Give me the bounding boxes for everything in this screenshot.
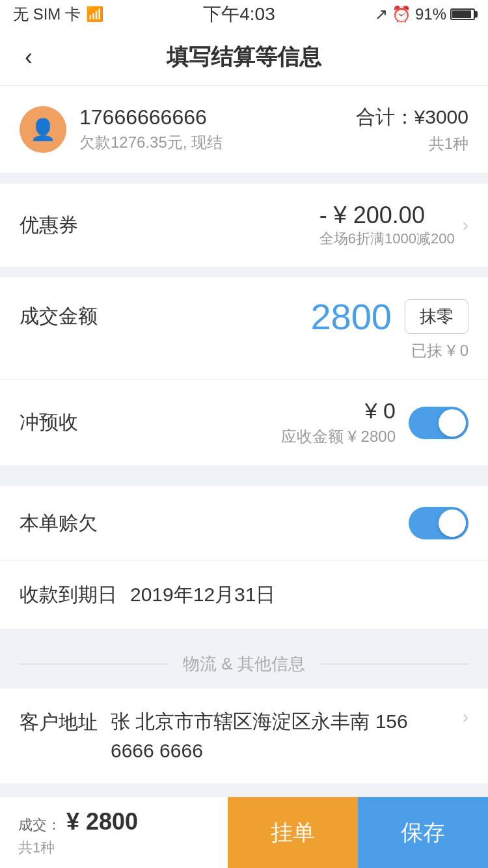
status-left: 无 SIM 卡 📶	[13, 4, 103, 25]
advance-toggle-track	[409, 407, 468, 439]
location-icon: ↗	[375, 5, 388, 23]
customer-phone: 17666666666	[79, 105, 223, 129]
save-button[interactable]: 保存	[358, 797, 488, 868]
coupon-label: 优惠券	[20, 212, 78, 239]
advance-section: 冲预收 ¥ 0 应收金额 ¥ 2800	[0, 379, 488, 465]
coupon-right: - ¥ 200.00 全场6折满1000减200 ›	[319, 202, 468, 249]
battery-icon	[450, 8, 475, 20]
address-label: 客户地址	[20, 707, 98, 736]
duedate-section: 收款到期日 2019年12月31日	[0, 560, 488, 629]
advance-right: ¥ 0 应收金额 ¥ 2800	[281, 398, 468, 447]
address-chevron: ›	[463, 707, 468, 727]
hold-button-label: 挂单	[271, 818, 315, 848]
avatar: 👤	[20, 106, 66, 153]
bottom-info: 成交： ¥ 2800 共1种	[0, 808, 228, 858]
duedate-label: 收款到期日	[20, 582, 117, 608]
status-bar: 无 SIM 卡 📶 下午4:03 ↗ ⏰ 91%	[0, 0, 488, 29]
deal-row: 成交金额 2800 抹零	[20, 295, 468, 338]
advance-sub: 应收金额 ¥ 2800	[281, 426, 396, 447]
save-button-label: 保存	[401, 818, 445, 848]
wifi-icon: 📶	[86, 6, 103, 23]
advance-label: 冲预收	[20, 409, 78, 436]
page-title: 填写结算等信息	[167, 42, 321, 72]
battery-text: 91%	[415, 5, 446, 23]
advance-amount-group: ¥ 0 应收金额 ¥ 2800	[281, 398, 396, 447]
debt-label: 本单赊欠	[20, 510, 98, 537]
logistics-divider: 物流 & 其他信息	[0, 640, 488, 688]
duedate-row: 收款到期日 2019年12月31日	[20, 582, 468, 608]
carrier-text: 无 SIM 卡	[13, 4, 81, 25]
duedate-value: 2019年12月31日	[130, 582, 275, 608]
alarm-icon: ⏰	[392, 5, 411, 23]
customer-subtitle: 欠款1276.35元, 现结	[79, 132, 223, 153]
deal-section: 成交金额 2800 抹零 已抹 ¥ 0	[0, 277, 488, 379]
bottom-sub: 共1种	[18, 838, 210, 858]
bottom-amount: ¥ 2800	[66, 808, 138, 835]
customer-left: 👤 17666666666 欠款1276.35元, 现结	[20, 105, 223, 153]
customer-info-section: 👤 17666666666 欠款1276.35元, 现结 合计：¥3000 共1…	[0, 86, 488, 172]
nav-bar: ‹ 填写结算等信息	[0, 29, 488, 86]
deal-sub: 已抹 ¥ 0	[20, 340, 468, 361]
round-button[interactable]: 抹零	[405, 299, 468, 334]
debt-toggle[interactable]	[409, 507, 468, 539]
logistics-text: 物流 & 其他信息	[183, 653, 305, 675]
address-value: 张 北京市市辖区海淀区永丰南 156 6666 6666	[111, 707, 450, 765]
address-row: 客户地址 张 北京市市辖区海淀区永丰南 156 6666 6666 ›	[20, 707, 468, 765]
bottom-deal-row: 成交： ¥ 2800	[18, 808, 210, 835]
time-text: 下午4:03	[203, 2, 275, 27]
address-section[interactable]: 客户地址 张 北京市市辖区海淀区永丰南 156 6666 6666 ›	[0, 688, 488, 783]
section-divider-2	[0, 465, 488, 476]
bottom-buttons: 挂单 保存	[228, 797, 488, 868]
status-right: ↗ ⏰ 91%	[375, 5, 475, 23]
customer-details: 17666666666 欠款1276.35元, 现结	[79, 105, 223, 153]
section-divider-1	[0, 267, 488, 277]
divider-line-left	[20, 664, 170, 664]
coupon-amount: - ¥ 200.00	[319, 202, 455, 229]
content: 👤 17666666666 欠款1276.35元, 现结 合计：¥3000 共1…	[0, 86, 488, 868]
divider-line-right	[318, 664, 468, 664]
bottom-bar: 成交： ¥ 2800 共1种 挂单 保存	[0, 796, 488, 868]
avatar-icon: 👤	[30, 117, 56, 142]
back-button[interactable]: ‹	[18, 37, 39, 77]
coupon-sub: 全场6折满1000减200	[319, 229, 455, 249]
debt-section: 本单赊欠	[0, 486, 488, 560]
debt-toggle-track	[409, 507, 468, 539]
debt-toggle-thumb	[439, 509, 466, 537]
advance-value: ¥ 0	[281, 398, 396, 424]
advance-toggle-thumb	[439, 409, 466, 437]
advance-toggle[interactable]	[409, 407, 468, 439]
advance-row: 冲预收 ¥ 0 应收金额 ¥ 2800	[20, 398, 468, 447]
hold-button[interactable]: 挂单	[228, 797, 358, 868]
deal-value-group: 2800 抹零	[310, 295, 468, 338]
deal-value: 2800	[310, 295, 392, 338]
coupon-value-group: - ¥ 200.00 全场6折满1000减200	[319, 202, 455, 249]
coupon-section[interactable]: 优惠券 - ¥ 200.00 全场6折满1000减200 ›	[0, 183, 488, 267]
customer-right: 合计：¥3000 共1种	[356, 104, 468, 154]
total-amount: 合计：¥3000	[356, 104, 468, 131]
bottom-deal-label: 成交：	[18, 815, 61, 835]
coupon-chevron: ›	[463, 215, 468, 236]
deal-label: 成交金额	[20, 303, 98, 330]
debt-row: 本单赊欠	[20, 507, 468, 539]
total-sub: 共1种	[356, 133, 468, 154]
